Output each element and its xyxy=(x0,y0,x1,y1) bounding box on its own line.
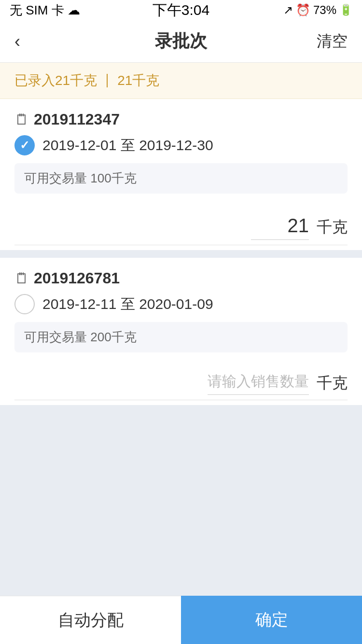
section-divider xyxy=(0,250,362,258)
doc-icon-1: 🗒 xyxy=(14,112,29,128)
batch1-radio[interactable] xyxy=(14,135,35,155)
batch2-placeholder: 请输入销售数量 xyxy=(208,373,309,389)
nav-bar: ‹ 录批次 清空 xyxy=(0,20,362,63)
batch1-available: 可用交易量 100千克 xyxy=(14,163,348,194)
sim-label: 无 SIM 卡 ☁ xyxy=(10,2,80,19)
batch2-card: 🗒 2019126781 2019-12-11 至 2020-01-09 可用交… xyxy=(0,258,362,364)
bottom-bar: 自动分配 确定 xyxy=(0,596,362,644)
confirm-button[interactable]: 确定 xyxy=(181,596,362,644)
batch2-input-row[interactable]: 请输入销售数量 千克 xyxy=(0,364,362,395)
batch1-qty-value: 21 xyxy=(288,215,309,236)
recorded-label: 已录入21千克 xyxy=(14,71,97,90)
status-right: ↗ ⏰ 73% 🔋 xyxy=(283,3,352,17)
page-title: 录批次 xyxy=(155,29,207,53)
battery-label: 73% xyxy=(313,3,336,17)
batch2-radio[interactable] xyxy=(14,294,35,314)
batch1-date: 2019-12-01 至 2019-12-30 xyxy=(42,136,213,155)
empty-area xyxy=(0,405,362,617)
batch1-qty-row: 21 千克 xyxy=(0,205,362,240)
battery-icon: 🔋 xyxy=(339,4,352,16)
batch2-input-underline[interactable]: 请输入销售数量 xyxy=(208,372,309,395)
batch1-date-row[interactable]: 2019-12-01 至 2019-12-30 xyxy=(14,135,348,155)
batch1-card: 🗒 2019112347 2019-12-01 至 2019-12-30 可用交… xyxy=(0,99,362,205)
batch2-id: 2019126781 xyxy=(34,269,120,287)
batch2-header: 🗒 2019126781 xyxy=(14,269,348,287)
doc-icon-2: 🗒 xyxy=(14,270,29,287)
total-label: 21千克 xyxy=(117,71,159,90)
auto-distribute-button[interactable]: 自动分配 xyxy=(0,596,181,644)
alarm-icon: ⏰ xyxy=(296,3,310,17)
back-button[interactable]: ‹ xyxy=(14,31,20,52)
batch1-separator xyxy=(14,245,348,245)
batch1-qty-underline[interactable]: 21 xyxy=(251,215,309,240)
batch1-id: 2019112347 xyxy=(34,111,120,128)
location-icon: ↗ xyxy=(283,3,293,17)
batch2-available: 可用交易量 200千克 xyxy=(14,322,348,352)
batch2-unit: 千克 xyxy=(317,373,348,394)
batch1-header: 🗒 2019112347 xyxy=(14,111,348,128)
status-time: 下午3:04 xyxy=(153,0,209,20)
info-divider xyxy=(107,74,108,87)
status-bar: 无 SIM 卡 ☁ 下午3:04 ↗ ⏰ 73% 🔋 xyxy=(0,0,362,20)
batch2-date-row[interactable]: 2019-12-11 至 2020-01-09 xyxy=(14,294,348,314)
info-banner: 已录入21千克 21千克 xyxy=(0,63,362,99)
batch1-qty-unit: 千克 xyxy=(317,217,348,238)
clear-button[interactable]: 清空 xyxy=(317,31,348,52)
status-left: 无 SIM 卡 ☁ xyxy=(10,2,80,19)
batch2-date: 2019-12-11 至 2020-01-09 xyxy=(42,294,213,314)
batch2-separator xyxy=(14,400,348,400)
